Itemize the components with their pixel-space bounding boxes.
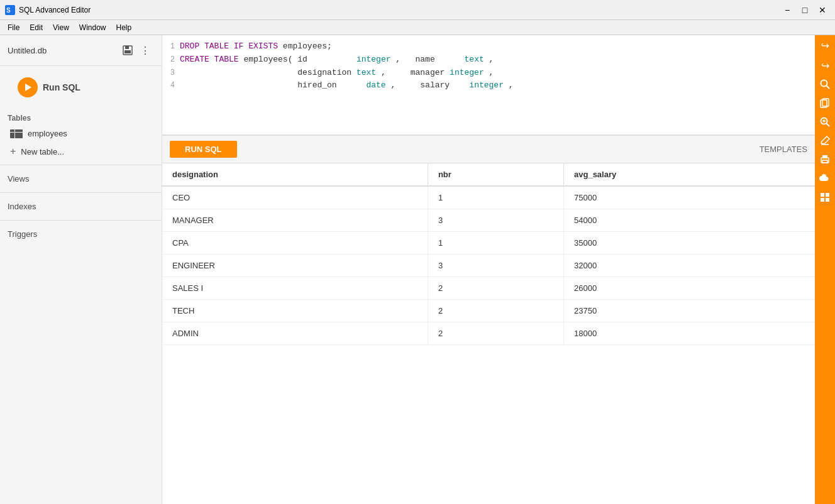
forward-icon: ↪ bbox=[818, 58, 832, 72]
run-bar: RUN SQL TEMPLATES bbox=[162, 136, 815, 163]
run-sql-sidebar-button[interactable]: Run SQL bbox=[8, 72, 154, 102]
svg-rect-22 bbox=[826, 198, 829, 202]
menu-bar: File Edit View Window Help bbox=[0, 20, 835, 35]
tables-section-label: Tables bbox=[0, 109, 162, 125]
svg-line-7 bbox=[826, 85, 829, 89]
cell-0-2: 75000 bbox=[564, 186, 816, 209]
cell-2-1: 1 bbox=[428, 232, 563, 255]
cell-5-2: 23750 bbox=[564, 300, 816, 322]
cell-2-0: CPA bbox=[162, 232, 428, 255]
code-editor[interactable]: 1 DROP TABLE IF EXISTS employees; 2 CREA… bbox=[162, 35, 815, 136]
menu-edit[interactable]: Edit bbox=[25, 22, 48, 33]
table-icon bbox=[10, 129, 23, 138]
back-icon: ↩ bbox=[818, 40, 832, 53]
cell-0-1: 1 bbox=[428, 186, 563, 209]
table-row: MANAGER354000 bbox=[162, 209, 815, 232]
cell-4-0: SALES I bbox=[162, 277, 428, 300]
cell-1-2: 54000 bbox=[564, 209, 816, 232]
menu-file[interactable]: File bbox=[3, 22, 25, 33]
code-line-2: 2 CREATE TABLE employees( id integer , n… bbox=[162, 53, 815, 67]
sidebar-item-indexes[interactable]: Indexes bbox=[0, 197, 162, 216]
cell-4-2: 26000 bbox=[564, 277, 816, 300]
title-bar: S SQL Advanced Editor − □ ✕ bbox=[0, 0, 835, 20]
grid-icon bbox=[819, 192, 831, 203]
cell-6-1: 2 bbox=[428, 322, 563, 345]
right-toolbar: ↩ ↪ bbox=[815, 35, 835, 504]
col-designation: designation bbox=[162, 163, 428, 186]
app-body: Untitled.db ⋮ Run SQL Tables bbox=[0, 35, 835, 504]
table-row: CPA135000 bbox=[162, 232, 815, 255]
code-line-1: 1 DROP TABLE IF EXISTS employees; bbox=[162, 40, 815, 53]
table-row: ADMIN218000 bbox=[162, 322, 815, 345]
svg-rect-21 bbox=[821, 198, 824, 202]
magnify-icon bbox=[819, 79, 831, 90]
menu-window[interactable]: Window bbox=[74, 22, 111, 33]
menu-help[interactable]: Help bbox=[111, 22, 137, 33]
svg-line-11 bbox=[826, 123, 829, 126]
edit-button[interactable] bbox=[816, 132, 834, 150]
print-icon bbox=[819, 154, 831, 165]
table-row: CEO175000 bbox=[162, 186, 815, 209]
search-button[interactable] bbox=[816, 75, 834, 93]
svg-rect-20 bbox=[826, 193, 829, 197]
close-button[interactable]: ✕ bbox=[815, 4, 830, 16]
cell-6-2: 18000 bbox=[564, 322, 816, 345]
svg-rect-4 bbox=[124, 50, 131, 53]
table-row: SALES I226000 bbox=[162, 277, 815, 300]
copy-icon bbox=[819, 97, 831, 109]
grid-button[interactable] bbox=[816, 189, 834, 206]
sidebar-divider-2 bbox=[0, 192, 162, 193]
edit-icon bbox=[819, 135, 831, 146]
cell-1-1: 3 bbox=[428, 209, 563, 232]
svg-rect-17 bbox=[822, 155, 827, 158]
menu-view[interactable]: View bbox=[48, 22, 74, 33]
cloud-button[interactable] bbox=[816, 170, 834, 187]
cell-3-0: ENGINEER bbox=[162, 255, 428, 277]
sidebar-item-triggers[interactable]: Triggers bbox=[0, 224, 162, 244]
svg-marker-5 bbox=[25, 84, 31, 91]
new-table-button[interactable]: + New table... bbox=[0, 142, 162, 161]
run-icon bbox=[18, 77, 38, 97]
db-header: Untitled.db ⋮ bbox=[0, 35, 162, 66]
cell-3-2: 32000 bbox=[564, 255, 816, 277]
results-table: designation nbr avg_salary CEO175000MANA… bbox=[162, 163, 815, 345]
code-line-4: 4 hired_on date , salary integer , bbox=[162, 79, 815, 92]
minimize-button[interactable]: − bbox=[780, 4, 795, 16]
zoom-icon bbox=[819, 116, 831, 128]
app-icon: S bbox=[5, 5, 15, 15]
cell-6-0: ADMIN bbox=[162, 322, 428, 345]
svg-rect-3 bbox=[125, 46, 129, 49]
sidebar-item-views[interactable]: Views bbox=[0, 169, 162, 189]
cell-0-0: CEO bbox=[162, 186, 428, 209]
run-sql-button[interactable]: RUN SQL bbox=[170, 141, 237, 158]
db-name: Untitled.db bbox=[8, 46, 119, 55]
content-area: 1 DROP TABLE IF EXISTS employees; 2 CREA… bbox=[162, 35, 815, 504]
zoom-button[interactable] bbox=[816, 113, 834, 131]
sidebar-item-employees[interactable]: employees bbox=[0, 125, 162, 142]
col-nbr: nbr bbox=[428, 163, 563, 186]
table-body: CEO175000MANAGER354000CPA135000ENGINEER3… bbox=[162, 186, 815, 345]
svg-rect-19 bbox=[821, 193, 824, 197]
table-row: ENGINEER332000 bbox=[162, 255, 815, 277]
cell-3-1: 3 bbox=[428, 255, 563, 277]
cell-4-1: 2 bbox=[428, 277, 563, 300]
plus-icon: + bbox=[10, 146, 16, 157]
back-button[interactable]: ↩ bbox=[816, 38, 834, 55]
sidebar-divider-3 bbox=[0, 220, 162, 221]
table-header: designation nbr avg_salary bbox=[162, 163, 815, 186]
table-row: TECH223750 bbox=[162, 300, 815, 322]
save-icon bbox=[122, 45, 133, 56]
col-avg-salary: avg_salary bbox=[564, 163, 816, 186]
print-button[interactable] bbox=[816, 151, 834, 168]
templates-label[interactable]: TEMPLATES bbox=[760, 145, 807, 154]
forward-button[interactable]: ↪ bbox=[816, 57, 834, 74]
cell-1-0: MANAGER bbox=[162, 209, 428, 232]
more-button[interactable]: ⋮ bbox=[136, 41, 154, 59]
copy-button[interactable] bbox=[816, 94, 834, 112]
window-controls: − □ ✕ bbox=[780, 4, 830, 16]
save-button[interactable] bbox=[119, 41, 136, 59]
results-table-container[interactable]: designation nbr avg_salary CEO175000MANA… bbox=[162, 163, 815, 504]
maximize-button[interactable]: □ bbox=[797, 4, 812, 16]
svg-marker-14 bbox=[821, 136, 829, 144]
svg-text:S: S bbox=[6, 7, 11, 14]
